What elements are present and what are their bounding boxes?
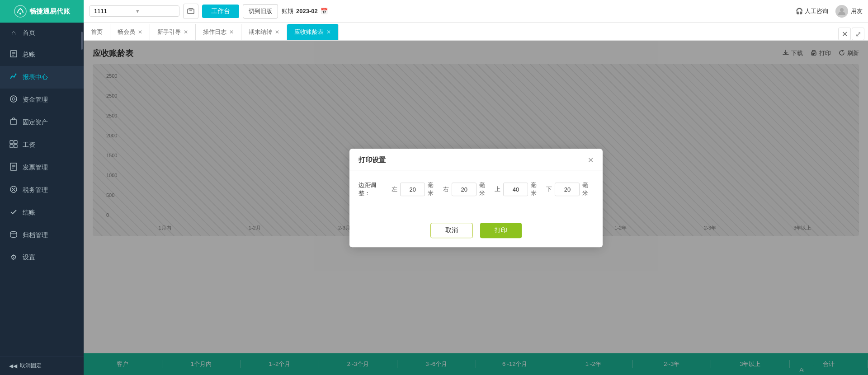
tab-close-ar[interactable]: ✕ bbox=[326, 29, 331, 35]
svg-rect-13 bbox=[10, 141, 13, 144]
tab-close-button[interactable]: ✕ bbox=[838, 28, 851, 40]
tab-ar-aging[interactable]: 应收账龄表 ✕ bbox=[287, 24, 339, 40]
left-margin-label: 左 bbox=[392, 185, 397, 193]
user-name: 用友 bbox=[851, 7, 863, 15]
print-settings-dialog: 打印设置 ✕ 边距调整： 左 毫米 右 毫米 bbox=[349, 149, 603, 247]
tab-expand-button[interactable]: ⤢ bbox=[852, 28, 864, 40]
margin-label: 边距调整： bbox=[359, 181, 387, 197]
checkout-icon bbox=[9, 208, 18, 218]
svg-rect-2 bbox=[188, 9, 194, 14]
bottom-margin-label: 下 bbox=[546, 185, 552, 193]
dialog-title: 打印设置 bbox=[359, 156, 386, 164]
sidebar-item-funds[interactable]: 资金管理 bbox=[0, 89, 84, 111]
avatar bbox=[835, 5, 848, 18]
archive-sidebar-icon bbox=[9, 230, 18, 240]
dialog-close-button[interactable]: ✕ bbox=[588, 156, 594, 164]
top-margin-input[interactable] bbox=[503, 183, 528, 196]
tab-close-guide[interactable]: ✕ bbox=[184, 29, 188, 35]
tab-bar: 首页 畅会员 ✕ 新手引导 ✕ 操作日志 ✕ 期末结转 ✕ 应收账龄表 ✕ bbox=[84, 23, 868, 41]
home-icon: ⌂ bbox=[9, 29, 18, 37]
right-margin-input[interactable] bbox=[452, 183, 476, 196]
svg-rect-15 bbox=[10, 145, 13, 148]
dropdown-arrow-icon: ▾ bbox=[136, 8, 175, 14]
sidebar-item-settings[interactable]: ⚙ 设置 bbox=[0, 247, 84, 268]
archive-button[interactable] bbox=[183, 4, 198, 19]
sidebar-item-invoice[interactable]: 发票管理 bbox=[0, 156, 84, 179]
headset-icon: 🎧 bbox=[796, 8, 803, 14]
svg-point-10 bbox=[10, 96, 17, 102]
sidebar-item-checkout[interactable]: 结账 bbox=[0, 202, 84, 224]
right-unit: 毫米 bbox=[479, 181, 490, 197]
workbench-button[interactable]: 工作台 bbox=[202, 5, 239, 18]
bottom-unit: 毫米 bbox=[582, 181, 593, 197]
sidebar-item-salary[interactable]: 工资 bbox=[0, 134, 84, 156]
sidebar-item-archive[interactable]: 归档管理 bbox=[0, 224, 84, 247]
left-unit: 毫米 bbox=[428, 181, 439, 197]
sidebar-item-home[interactable]: ⌂ 首页 bbox=[0, 23, 84, 43]
tab-log[interactable]: 操作日志 ✕ bbox=[196, 24, 241, 40]
tab-home[interactable]: 首页 bbox=[84, 24, 110, 40]
funds-icon bbox=[9, 95, 18, 105]
svg-rect-14 bbox=[14, 141, 17, 144]
confirm-print-button[interactable]: 打印 bbox=[480, 223, 522, 238]
svg-rect-12 bbox=[10, 120, 17, 124]
svg-point-1 bbox=[19, 13, 21, 14]
bottom-margin-input[interactable] bbox=[555, 183, 580, 196]
right-margin-label: 右 bbox=[443, 185, 449, 193]
sidebar: ⌂ 首页 总账 报表中心 资金管理 bbox=[0, 23, 84, 375]
svg-point-4 bbox=[840, 8, 844, 12]
sidebar-item-ledger[interactable]: 总账 bbox=[0, 43, 84, 66]
salary-icon bbox=[9, 140, 18, 150]
ledger-icon bbox=[9, 50, 18, 60]
switch-old-button[interactable]: 切到旧版 bbox=[243, 4, 278, 19]
tab-guide[interactable]: 新手引导 ✕ bbox=[150, 24, 196, 40]
sidebar-scrollbar[interactable] bbox=[81, 32, 83, 50]
tab-close-member[interactable]: ✕ bbox=[138, 29, 142, 35]
svg-rect-16 bbox=[14, 145, 17, 148]
svg-point-24 bbox=[14, 190, 15, 191]
top-margin-label: 上 bbox=[495, 185, 500, 193]
pin-icon: ◀◀ bbox=[9, 363, 17, 369]
tab-period-close[interactable]: 期末结转 ✕ bbox=[241, 24, 287, 40]
period-value: 2023-02 bbox=[296, 8, 318, 14]
svg-point-11 bbox=[12, 98, 15, 100]
top-unit: 毫米 bbox=[531, 181, 542, 197]
svg-point-0 bbox=[14, 5, 26, 17]
consult-button[interactable]: 🎧 人工咨询 bbox=[796, 7, 828, 15]
tab-member[interactable]: 畅会员 ✕ bbox=[110, 24, 150, 40]
svg-point-25 bbox=[10, 232, 17, 234]
user-area[interactable]: 用友 bbox=[835, 5, 863, 18]
svg-point-23 bbox=[12, 188, 13, 189]
assets-icon bbox=[9, 117, 18, 127]
sidebar-item-report[interactable]: 报表中心 bbox=[0, 66, 84, 89]
sidebar-item-assets[interactable]: 固定资产 bbox=[0, 111, 84, 134]
page-content: 应收账龄表 下载 打印 bbox=[84, 41, 868, 375]
company-selector[interactable]: 1111 ▾ bbox=[89, 5, 179, 17]
cancel-button[interactable]: 取消 bbox=[430, 223, 473, 238]
report-icon bbox=[9, 72, 18, 82]
tab-close-period[interactable]: ✕ bbox=[275, 29, 279, 35]
logo: 畅捷通易代账 bbox=[0, 0, 84, 23]
settings-icon: ⚙ bbox=[9, 253, 18, 262]
period-area: 账期 2023-02 📅 bbox=[282, 7, 328, 15]
tax-icon bbox=[9, 185, 18, 195]
sidebar-collapse-button[interactable]: ◀◀ 取消固定 bbox=[0, 356, 84, 375]
svg-point-9 bbox=[15, 74, 17, 75]
sidebar-item-tax[interactable]: 税务管理 bbox=[0, 179, 84, 202]
calendar-icon[interactable]: 📅 bbox=[321, 8, 328, 14]
left-margin-input[interactable] bbox=[400, 183, 425, 196]
tab-close-log[interactable]: ✕ bbox=[229, 29, 234, 35]
invoice-icon bbox=[9, 163, 18, 173]
